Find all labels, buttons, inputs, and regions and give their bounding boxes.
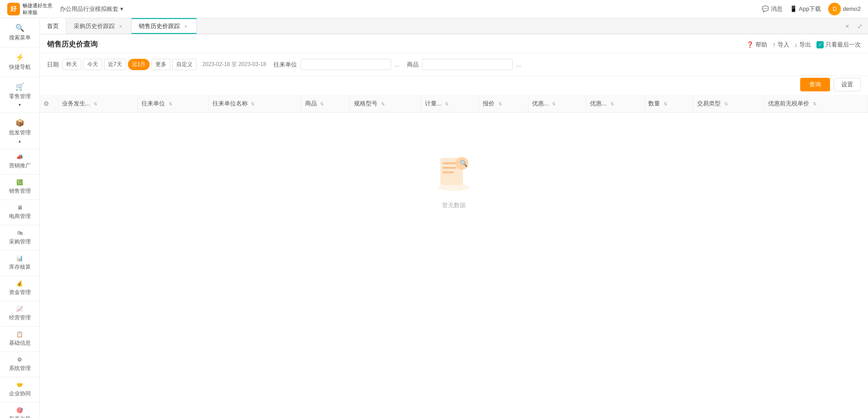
th-discount1[interactable]: 优惠... ⇅	[528, 95, 586, 113]
help-icon: ❓	[746, 41, 754, 48]
expand-tab-action[interactable]: ⤢	[855, 22, 864, 31]
product-ellipsis[interactable]: ...	[516, 61, 521, 68]
export-button[interactable]: ↓ 导出	[795, 41, 811, 49]
guide-icon: 🎯	[16, 407, 23, 413]
sidebar-item-label: 库存核算	[9, 263, 31, 271]
sidebar-item-finance-mgmt[interactable]: 💰 资金管理	[0, 276, 39, 301]
th-discount2[interactable]: 优惠... ⇅	[586, 95, 645, 113]
sidebar-item-search-menu[interactable]: 🔍 搜索菜单	[0, 18, 39, 48]
empty-text: 暂无数据	[442, 201, 466, 209]
import-button[interactable]: ↑ 导入	[773, 41, 789, 49]
cart-icon: 🛒	[15, 82, 24, 91]
inventory-icon: 📊	[16, 255, 23, 261]
lightning-icon: ⚡	[15, 53, 24, 62]
date-btn-more[interactable]: 更多	[151, 59, 170, 70]
date-filter-group: 日期 昨天 今天 近7天 近1月 更多 自定义 2023-02-18 至 202…	[47, 59, 266, 70]
tab-close-purchase-history[interactable]: ×	[118, 23, 124, 29]
sidebar-item-label: 系统管理	[9, 365, 31, 372]
sidebar-item-label: 新手引导	[9, 415, 31, 418]
th-unit[interactable]: 计量... ⇅	[421, 95, 479, 113]
svg-rect-3	[443, 167, 456, 169]
tab-bar-actions: × ⤢	[843, 22, 868, 31]
chevron-down-icon: ▾	[120, 5, 123, 12]
sidebar-item-wholesale-mgmt[interactable]: 📦 批发管理 ▴	[0, 113, 39, 149]
sidebar-item-inventory[interactable]: 📊 库存核算	[0, 251, 39, 276]
ecommerce-icon: 🖥	[17, 204, 23, 211]
avatar: D	[828, 3, 841, 15]
sidebar-item-system-mgmt[interactable]: ⚙ 系统管理	[0, 352, 39, 377]
table-settings-icon[interactable]: ⚙	[43, 100, 49, 107]
th-quote-price[interactable]: 报价 ⇅	[479, 95, 528, 113]
sidebar-item-sales-mgmt[interactable]: 💹 销售管理	[0, 175, 39, 200]
sidebar-item-enterprise-collab[interactable]: 🤝 企业协同	[0, 377, 39, 403]
product-filter-group: 商品 ...	[407, 59, 521, 70]
page-title: 销售历史价查询	[47, 40, 98, 49]
sort-icon-biz-date: ⇅	[94, 101, 97, 106]
counterpart-ellipsis[interactable]: ...	[395, 61, 400, 68]
sort-icon-unit: ⇅	[445, 101, 448, 106]
product-input[interactable]	[422, 59, 513, 70]
sidebar-item-purchase-mgmt[interactable]: 🛍 采购管理	[0, 225, 39, 251]
date-range-display: 2023-02-18 至 2023-03-18	[202, 61, 266, 68]
date-btn-7days[interactable]: 近7天	[104, 59, 126, 70]
page-header: 销售历史价查询 ❓ 帮助 ↑ 导入 ↓ 导出 ✓	[40, 34, 868, 53]
sort-icon-discount2: ⇅	[610, 101, 614, 106]
only-last-checkbox[interactable]: ✓ 只看最后一次	[816, 41, 861, 49]
help-button[interactable]: ❓ 帮助	[746, 41, 767, 49]
message-button[interactable]: 💬 消息	[762, 5, 783, 13]
logo-area: 好 畅捷通好生意 标准版	[7, 2, 52, 15]
marketing-icon: 📣	[16, 154, 23, 160]
sidebar-item-label: 经营管理	[9, 314, 31, 322]
date-btn-yesterday[interactable]: 昨天	[62, 59, 81, 70]
sidebar-item-retail-mgmt[interactable]: 🛒 零售管理 ▾	[0, 77, 39, 113]
th-product[interactable]: 商品 ⇅	[301, 95, 350, 113]
arrow-down-icon: ▾	[19, 102, 21, 107]
box-icon: 📦	[15, 119, 24, 127]
operations-icon: 📈	[16, 306, 23, 312]
tab-sales-history[interactable]: 销售历史价跟踪 ×	[132, 18, 197, 34]
sidebar-item-label: 批发管理	[9, 129, 31, 137]
action-buttons-row: 查询 设置	[40, 76, 868, 95]
app-download-button[interactable]: 📱 App下载	[790, 5, 821, 13]
top-bar-right: 💬 消息 📱 App下载 D demo2	[762, 3, 861, 15]
tab-purchase-history[interactable]: 采购历史价跟踪 ×	[66, 18, 132, 34]
th-counterpart-name[interactable]: 往来单位名称 ⇅	[208, 95, 301, 113]
close-tab-action[interactable]: ×	[843, 22, 852, 31]
sidebar-item-ecommerce-mgmt[interactable]: 🖥 电商管理	[0, 200, 39, 225]
sidebar-item-marketing[interactable]: 📣 营销推广	[0, 149, 39, 175]
th-trade-type[interactable]: 交易类型 ⇅	[693, 95, 764, 113]
tab-bar: 首页 采购历史价跟踪 × 销售历史价跟踪 × × ⤢	[40, 18, 868, 34]
sidebar-item-label: 销售管理	[9, 187, 31, 195]
th-counterpart-code[interactable]: 往来单位 ⇅	[138, 95, 209, 113]
date-btn-1month[interactable]: 近1月	[128, 59, 150, 70]
date-btn-today[interactable]: 今天	[83, 59, 102, 70]
sidebar-item-quick-nav[interactable]: ⚡ 快捷导航	[0, 48, 39, 77]
sidebar-item-label: 快捷导航	[9, 63, 31, 71]
date-buttons: 昨天 今天 近7天 近1月 更多 自定义	[62, 59, 197, 70]
sidebar-item-operations-mgmt[interactable]: 📈 经营管理	[0, 301, 39, 327]
sidebar-item-new-user-guide[interactable]: 🎯 新手引导	[0, 403, 39, 418]
tab-close-sales-history[interactable]: ×	[183, 23, 189, 29]
filter-bar: 日期 昨天 今天 近7天 近1月 更多 自定义 2023-02-18 至 202…	[40, 53, 868, 76]
sort-icon-quote-price: ⇅	[498, 101, 502, 106]
sidebar-item-basic-info[interactable]: 📋 基础信息	[0, 327, 39, 352]
tab-home[interactable]: 首页	[40, 18, 66, 34]
logo-text: 畅捷通好生意 标准版	[23, 2, 52, 15]
table-header-row: ⚙ 业务发生... ⇅ 往来单位 ⇅ 往来单位名称	[40, 95, 868, 113]
settings-button[interactable]: 设置	[834, 78, 861, 91]
page-content: 销售历史价查询 ❓ 帮助 ↑ 导入 ↓ 导出 ✓	[40, 34, 868, 418]
counterpart-input[interactable]	[301, 59, 391, 70]
sidebar-item-label: 营销推广	[9, 162, 31, 170]
th-spec[interactable]: 规格型号 ⇅	[350, 95, 421, 113]
th-biz-date[interactable]: 业务发生... ⇅	[58, 95, 138, 113]
data-table: ⚙ 业务发生... ⇅ 往来单位 ⇅ 往来单位名称	[40, 95, 868, 113]
th-pretax-price[interactable]: 优惠前无税单价 ⇅	[764, 95, 868, 113]
date-btn-custom[interactable]: 自定义	[172, 59, 197, 70]
th-quantity[interactable]: 数量 ⇅	[644, 95, 693, 113]
message-icon: 💬	[762, 5, 769, 12]
user-area[interactable]: D demo2	[828, 3, 861, 15]
query-button[interactable]: 查询	[800, 78, 830, 91]
th-settings: ⚙	[40, 95, 58, 113]
svg-text:🔍: 🔍	[460, 160, 468, 167]
app-selector[interactable]: 办公用品行业模拟账套 ▾	[56, 3, 127, 15]
